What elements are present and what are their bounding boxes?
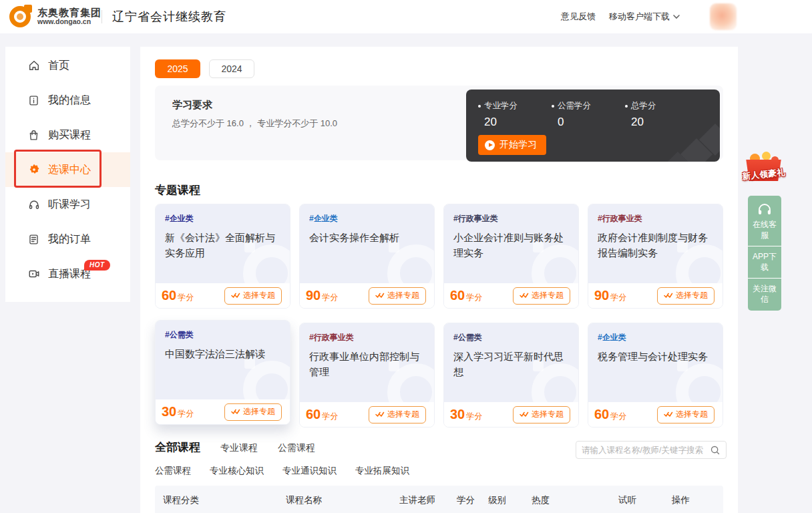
topic-card-cover: #行政事业类 行政事业单位内部控制与管理 xyxy=(300,323,434,403)
double-check-icon xyxy=(664,293,673,299)
topic-card[interactable]: #公需类 中国数字法治三法解读 30学分 选择专题 xyxy=(155,320,290,425)
wechat-follow-button[interactable]: 关注微信 xyxy=(748,278,781,310)
select-topic-button[interactable]: 选择专题 xyxy=(224,403,282,421)
user-avatar[interactable] xyxy=(710,3,737,30)
sidebar-item-buy-courses[interactable]: 购买课程 xyxy=(5,118,130,152)
topic-title: 行政事业单位内部控制与管理 xyxy=(309,349,425,380)
headphones-icon xyxy=(27,198,40,211)
stat-bullet xyxy=(552,105,554,108)
subtab-public-courses[interactable]: 公需课程 xyxy=(155,465,191,477)
online-service-button[interactable]: 在线客服 xyxy=(748,196,781,246)
topic-card[interactable]: #企业类 新《会计法》全面解析与实务应用 60学分 选择专题 xyxy=(155,204,290,309)
sidebar-item-course-center[interactable]: 选课中心 xyxy=(5,152,130,187)
stat-public-credits: 公需学分 0 xyxy=(552,100,602,129)
stat-professional-credits: 专业学分 20 xyxy=(478,100,529,129)
subtab-core-knowledge[interactable]: 专业核心知识 xyxy=(210,465,264,477)
newcomer-gift-widget[interactable]: 新人领豪礼 xyxy=(741,152,787,190)
sidebar-item-label: 听课学习 xyxy=(48,198,91,212)
topic-card-cover: #公需类 深入学习习近平新时代思想 xyxy=(444,323,578,403)
topics-section-title: 专题课程 xyxy=(155,182,200,198)
start-study-button[interactable]: 开始学习 xyxy=(478,135,546,155)
topic-title: 新《会计法》全面解析与实务应用 xyxy=(165,230,280,261)
topic-card[interactable]: #企业类 会计实务操作全解析 90学分 选择专题 xyxy=(299,204,435,309)
all-courses-tabs: 全部课程 专业课程 公需课程 xyxy=(155,440,315,455)
topic-card-cover: #企业类 会计实务操作全解析 xyxy=(300,204,434,285)
topic-tag: #公需类 xyxy=(165,329,280,341)
topic-card[interactable]: #行政事业类 政府会计准则制度与财务报告编制实务 90学分 选择专题 xyxy=(588,204,723,309)
topic-card[interactable]: #公需类 深入学习习近平新时代思想 30学分 选择专题 xyxy=(443,323,579,428)
tab-professional-courses[interactable]: 专业课程 xyxy=(220,442,258,454)
search-icon[interactable] xyxy=(710,445,721,456)
subtab-general-knowledge[interactable]: 专业通识知识 xyxy=(282,465,337,477)
topic-credits: 60学分 xyxy=(162,288,194,303)
select-topic-button[interactable]: 选择专题 xyxy=(513,406,570,423)
column-preview: 试听 xyxy=(618,494,636,506)
feedback-link[interactable]: 意见反馈 xyxy=(561,11,596,23)
app-download-button[interactable]: APP下载 xyxy=(748,246,781,278)
credits-summary-panel: 专业学分 20 公需学分 0 总学分 20 开始学习 xyxy=(466,90,720,162)
sidebar-item-label: 我的订单 xyxy=(48,232,91,246)
topic-credits: 90学分 xyxy=(306,288,338,303)
double-check-icon xyxy=(664,411,673,417)
service-label: APP下载 xyxy=(753,252,777,272)
column-level: 级别 xyxy=(488,494,506,506)
sidebar-item-label: 选课中心 xyxy=(48,163,91,177)
service-label: 在线客服 xyxy=(753,220,777,240)
chevron-down-icon xyxy=(673,15,680,19)
topic-card[interactable]: #企业类 税务管理与会计处理实务 60学分 选择专题 xyxy=(588,323,723,428)
search-input[interactable] xyxy=(582,446,710,455)
topic-credits: 60学分 xyxy=(450,288,482,303)
shopping-bag-icon xyxy=(27,129,40,142)
topic-card[interactable]: #行政事业类 小企业会计准则与账务处理实务 60学分 选择专题 xyxy=(443,204,579,309)
topic-credits: 30学分 xyxy=(450,407,482,422)
topic-tag: #公需类 xyxy=(453,332,569,343)
sidebar-item-home[interactable]: 首页 xyxy=(5,48,130,83)
column-credits: 学分 xyxy=(457,494,475,506)
select-topic-button[interactable]: 选择专题 xyxy=(369,287,426,305)
double-check-icon xyxy=(520,293,529,299)
all-courses-title[interactable]: 全部课程 xyxy=(155,440,200,455)
select-topic-button[interactable]: 选择专题 xyxy=(657,287,715,305)
select-topic-button[interactable]: 选择专题 xyxy=(657,406,715,423)
top-header: 东奥教育集团 www.dongao.cn 辽宁省会计继续教育 意见反馈 移动客户… xyxy=(0,0,812,33)
video-camera-icon xyxy=(27,268,40,281)
dongao-logo-icon xyxy=(8,5,32,29)
gear-icon xyxy=(27,164,40,176)
brand-name: 东奥教育集团 xyxy=(37,7,102,19)
dongao-watermark-icon xyxy=(676,363,723,403)
double-check-icon xyxy=(375,411,385,417)
order-list-icon xyxy=(27,233,40,246)
topic-title: 中国数字法治三法解读 xyxy=(165,346,280,361)
brand-logo[interactable]: 东奥教育集团 www.dongao.cn xyxy=(8,5,102,29)
sidebar-item-listen-study[interactable]: 听课学习 xyxy=(5,187,130,222)
topic-tag: #行政事业类 xyxy=(598,213,713,224)
sidebar-item-label: 购买课程 xyxy=(48,128,91,142)
column-teacher: 主讲老师 xyxy=(399,494,435,506)
app-download-label: 移动客户端下载 xyxy=(609,11,670,23)
home-icon xyxy=(27,59,40,72)
sidebar-item-my-orders[interactable]: 我的订单 xyxy=(5,222,130,256)
info-doc-icon xyxy=(27,94,40,107)
app-download-link[interactable]: 移动客户端下载 xyxy=(609,11,680,23)
header-divider xyxy=(102,10,102,23)
tab-public-courses[interactable]: 公需课程 xyxy=(278,442,315,454)
sidebar-item-live-courses[interactable]: 直播课程 HOT xyxy=(5,256,130,291)
double-check-icon xyxy=(375,293,385,299)
topic-card-cover: #企业类 税务管理与会计处理实务 xyxy=(588,323,723,403)
topic-card-cover: #行政事业类 小企业会计准则与账务处理实务 xyxy=(444,204,578,285)
topic-tag: #企业类 xyxy=(598,332,713,343)
topic-card[interactable]: #行政事业类 行政事业单位内部控制与管理 60学分 选择专题 xyxy=(299,323,435,428)
select-topic-button[interactable]: 选择专题 xyxy=(513,287,570,305)
year-tab-2025[interactable]: 2025 xyxy=(155,59,200,78)
play-icon xyxy=(485,140,495,150)
select-topic-button[interactable]: 选择专题 xyxy=(369,406,426,423)
sidebar-item-my-info[interactable]: 我的信息 xyxy=(5,83,130,118)
topic-title: 深入学习习近平新时代思想 xyxy=(453,349,569,380)
year-tab-2024[interactable]: 2024 xyxy=(209,59,254,78)
topic-title: 会计实务操作全解析 xyxy=(309,230,425,245)
gift-ball-icon xyxy=(762,152,771,160)
course-table-header: 课程分类 课程名称 主讲老师 学分 级别 热度 试听 操作 xyxy=(155,486,723,513)
topic-card-cover: #行政事业类 政府会计准则制度与财务报告编制实务 xyxy=(588,204,723,285)
select-topic-button[interactable]: 选择专题 xyxy=(224,287,282,305)
subtab-extended-knowledge[interactable]: 专业拓展知识 xyxy=(355,465,409,477)
